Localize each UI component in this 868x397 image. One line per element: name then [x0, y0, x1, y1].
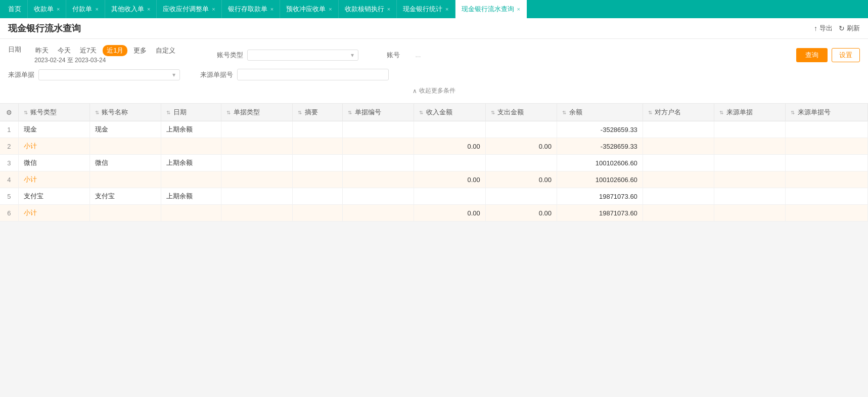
account-label: 账号 — [387, 51, 407, 60]
row-number: 2 — [0, 138, 18, 155]
cell-source-doc — [714, 121, 786, 138]
filter-area: 日期 昨天 今天 近7天 近1月 更多 自定义 2023-02-24 至 202… — [0, 39, 868, 104]
export-button[interactable]: ↑ 导出 — [814, 24, 833, 33]
cell-source-doc-no — [786, 121, 868, 138]
cell-income — [414, 155, 485, 171]
cell-summary — [293, 155, 343, 171]
cell-doc-no — [343, 138, 414, 155]
cell-counterparty — [643, 138, 714, 155]
date-shortcuts: 昨天 今天 近7天 近1月 更多 自定义 — [32, 45, 178, 56]
row-number: 6 — [0, 205, 18, 222]
shortcut-yesterday[interactable]: 昨天 — [32, 45, 52, 56]
close-payment-icon[interactable]: × — [95, 6, 98, 12]
table-row: 5支付宝支付宝上期余额19871073.60 — [0, 188, 868, 205]
date-range-display: 2023-02-24 至 2023-03-24 — [34, 56, 178, 65]
th-expense[interactable]: ⇅ 支出金额 — [485, 104, 557, 121]
th-account-name[interactable]: ⇅ 账号名称 — [89, 104, 161, 121]
cell-summary — [293, 121, 343, 138]
th-balance[interactable]: ⇅ 余额 — [557, 104, 643, 121]
cell-summary — [293, 205, 343, 222]
th-doc-type[interactable]: ⇅ 单据类型 — [221, 104, 293, 121]
sort-counterparty-icon: ⇅ — [648, 110, 652, 115]
cell-date — [161, 205, 221, 222]
account-type-select[interactable]: ▾ — [247, 50, 358, 61]
cell-expense — [485, 188, 557, 205]
cell-income: 0.00 — [414, 205, 485, 222]
source-doc-no-input[interactable] — [237, 69, 389, 80]
cell-date — [161, 138, 221, 155]
sort-summary-icon: ⇅ — [298, 110, 302, 115]
cell-expense: 0.00 — [485, 171, 557, 188]
th-source-doc[interactable]: ⇅ 来源单据 — [714, 104, 786, 121]
close-other-income-icon[interactable]: × — [147, 6, 150, 12]
cell-doc-no — [343, 205, 414, 222]
sort-source-doc-no-icon: ⇅ — [791, 110, 795, 115]
cell-balance: 100102606.60 — [557, 155, 643, 171]
table-body: 1现金现金上期余额-3528659.332小计0.000.00-3528659.… — [0, 121, 868, 222]
cell-income: 0.00 — [414, 171, 485, 188]
cell-date: 上期余额 — [161, 155, 221, 171]
cell-account-type: 小计 — [18, 138, 89, 155]
row-number: 5 — [0, 188, 18, 205]
account-type-label: 账号类型 — [217, 51, 243, 60]
nav-other-income[interactable]: 其他收入单 × — [105, 0, 157, 18]
nav-home[interactable]: 首页 — [2, 0, 28, 18]
cell-account-type: 小计 — [18, 171, 89, 188]
th-date[interactable]: ⇅ 日期 — [161, 104, 221, 121]
close-flow-query-icon[interactable]: × — [517, 6, 520, 12]
settings-button[interactable]: 设置 — [832, 48, 860, 62]
source-doc-select[interactable]: ▾ — [38, 69, 180, 80]
shortcut-7days[interactable]: 近7天 — [77, 45, 100, 56]
sort-expense-icon: ⇅ — [491, 110, 495, 115]
cell-counterparty — [643, 188, 714, 205]
cell-account-name: 支付宝 — [89, 188, 161, 205]
shortcut-custom[interactable]: 自定义 — [153, 45, 178, 56]
cell-doc-type — [221, 138, 293, 155]
cell-expense — [485, 155, 557, 171]
nav-verify[interactable]: 收款核销执行 × — [339, 0, 397, 18]
cell-doc-type — [221, 205, 293, 222]
th-settings[interactable]: ⚙ — [0, 104, 18, 121]
query-button[interactable]: 查询 — [796, 48, 828, 62]
sort-balance-icon: ⇅ — [562, 110, 566, 115]
cell-doc-no — [343, 121, 414, 138]
nav-flow-query[interactable]: 现金银行流水查询 × — [455, 0, 527, 18]
close-receipt-icon[interactable]: × — [57, 6, 60, 12]
account-more-button[interactable]: ... — [411, 51, 425, 59]
th-summary[interactable]: ⇅ 摘要 — [293, 104, 343, 121]
nav-adjustment[interactable]: 应收应付调整单 × — [157, 0, 221, 18]
filter-row-source: 来源单据 ▾ 来源单据号 — [8, 69, 860, 80]
th-counterparty[interactable]: ⇅ 对方户名 — [643, 104, 714, 121]
cell-date: 上期余额 — [161, 188, 221, 205]
close-adjustment-icon[interactable]: × — [212, 6, 215, 12]
shortcut-more[interactable]: 更多 — [130, 45, 150, 56]
cell-account-type: 现金 — [18, 121, 89, 138]
cell-balance: 19871073.60 — [557, 205, 643, 222]
close-prepay-icon[interactable]: × — [329, 6, 332, 12]
collapse-filter-button[interactable]: ∧ 收起更多条件 — [8, 84, 860, 97]
column-settings-icon[interactable]: ⚙ — [6, 109, 12, 116]
nav-stats[interactable]: 现金银行统计 × — [397, 0, 455, 18]
cell-date — [161, 171, 221, 188]
cell-account-type: 小计 — [18, 205, 89, 222]
top-navigation: 首页 收款单 × 付款单 × 其他收入单 × 应收应付调整单 × 银行存取款单 … — [0, 0, 868, 18]
close-verify-icon[interactable]: × — [387, 6, 390, 12]
cell-doc-no — [343, 188, 414, 205]
close-stats-icon[interactable]: × — [445, 6, 448, 12]
close-bank-deposit-icon[interactable]: × — [270, 6, 273, 12]
refresh-button[interactable]: ↻ 刷新 — [839, 24, 860, 33]
th-doc-no[interactable]: ⇅ 单据编号 — [343, 104, 414, 121]
page-header: 现金银行流水查询 ↑ 导出 ↻ 刷新 — [0, 18, 868, 39]
cell-balance: -3528659.33 — [557, 121, 643, 138]
nav-prepay[interactable]: 预收冲应收单 × — [280, 0, 338, 18]
th-income[interactable]: ⇅ 收入金额 — [414, 104, 485, 121]
shortcut-today[interactable]: 今天 — [55, 45, 74, 56]
nav-payment[interactable]: 付款单 × — [66, 0, 105, 18]
cell-source-doc-no — [786, 138, 868, 155]
th-account-type[interactable]: ⇅ 账号类型 — [18, 104, 89, 121]
cell-source-doc-no — [786, 155, 868, 171]
nav-receipt[interactable]: 收款单 × — [28, 0, 66, 18]
nav-bank-deposit[interactable]: 银行存取款单 × — [222, 0, 280, 18]
th-source-doc-no[interactable]: ⇅ 来源单据号 — [786, 104, 868, 121]
shortcut-1month[interactable]: 近1月 — [103, 45, 127, 56]
